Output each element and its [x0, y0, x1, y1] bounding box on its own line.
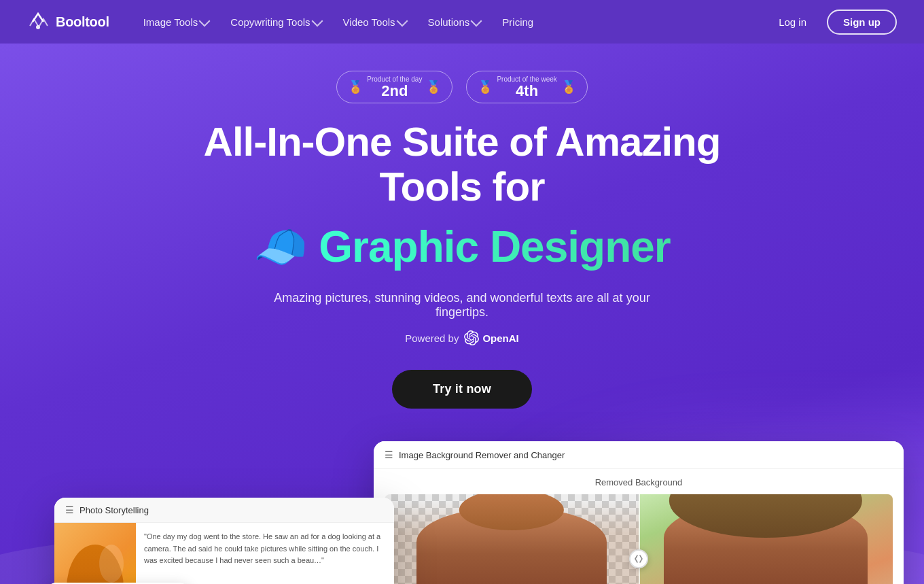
nav-solutions[interactable]: Solutions — [419, 11, 491, 33]
hamburger-right-icon: ☰ — [385, 449, 393, 460]
nav-links: Image Tools Copywriting Tools Video Tool… — [134, 11, 543, 33]
divider-line — [639, 494, 640, 584]
badges-row: 🏅 Product of the day 2nd 🏅 🏅 Product of … — [336, 71, 588, 103]
window-content-left: "One day my dog went to the store. He sa… — [54, 523, 394, 584]
logo-icon — [27, 11, 49, 33]
nav-video-tools[interactable]: Video Tools — [334, 11, 416, 33]
chevron-down-icon — [396, 15, 408, 27]
svg-point-0 — [36, 25, 40, 29]
role-emoji: 🧢 — [253, 225, 308, 269]
hero-subtitle: Amazing pictures, stunning videos, and w… — [258, 291, 666, 320]
removed-bg-label: Removed Background — [385, 477, 893, 487]
person-silhouette-left — [385, 494, 639, 584]
divider-handle[interactable] — [629, 549, 648, 568]
hero-section: 🏅 Product of the day 2nd 🏅 🏅 Product of … — [0, 44, 924, 584]
try-it-now-button[interactable]: Try it now — [392, 370, 532, 409]
laurel-right2-icon: 🏅 — [561, 80, 576, 95]
nav-copywriting-tools[interactable]: Copywriting Tools — [221, 11, 330, 33]
chevron-down-icon — [199, 15, 211, 27]
powered-by-row: Powered by OpenAI — [405, 330, 519, 345]
openai-text: OpenAI — [482, 332, 518, 344]
role-text: Graphic Designer — [319, 222, 671, 272]
nav-right: Log in Sign up — [769, 10, 897, 35]
badge-product-day: 🏅 Product of the day 2nd 🏅 — [336, 71, 452, 103]
nav-image-tools[interactable]: Image Tools — [134, 11, 219, 33]
nav-pricing[interactable]: Pricing — [493, 11, 543, 33]
nav-left: Booltool Image Tools Copywriting Tools V… — [27, 11, 543, 33]
window-bg-remover: ☰ Image Background Remover and Changer R… — [374, 441, 904, 584]
window-titlebar-left: ☰ Photo Storytelling — [54, 498, 394, 523]
openai-icon — [464, 330, 479, 345]
window-titlebar-right: ☰ Image Background Remover and Changer — [374, 441, 904, 469]
chevron-down-icon — [311, 15, 323, 27]
screenshots-row: ☰ Photo Storytelling "One day my dog wen… — [20, 441, 904, 584]
window-photo-storytelling: ☰ Photo Storytelling "One day my dog wen… — [54, 498, 394, 584]
laurel-left-icon: 🏅 — [348, 80, 363, 95]
window-title-right: Image Background Remover and Changer — [399, 450, 565, 460]
chevron-down-icon — [471, 15, 482, 27]
hamburger-icon: ☰ — [65, 504, 74, 515]
bg-removed-image — [385, 494, 639, 584]
openai-logo: OpenAI — [464, 330, 518, 345]
signup-button[interactable]: Sign up — [827, 10, 897, 35]
bg-original-image — [639, 494, 893, 584]
laurel-right-icon: 🏅 — [426, 80, 441, 95]
window-title-left: Photo Storytelling — [79, 505, 149, 515]
powered-by-label: Powered by — [405, 332, 459, 344]
photo-thumbnail — [54, 523, 136, 584]
window-right-content: Removed Background — [374, 469, 904, 584]
login-button[interactable]: Log in — [769, 11, 816, 33]
story-text: "One day my dog went to the store. He sa… — [136, 523, 394, 584]
bg-images-row — [385, 494, 893, 584]
badge-product-week: 🏅 Product of the week 4th 🏅 — [466, 71, 587, 103]
laurel-left2-icon: 🏅 — [478, 80, 493, 95]
navbar: Booltool Image Tools Copywriting Tools V… — [0, 0, 924, 44]
logo[interactable]: Booltool — [27, 11, 109, 33]
brand-name: Booltool — [56, 14, 109, 30]
hero-headline: All-In-One Suite of Amazing Tools for — [156, 120, 768, 209]
role-row: 🧢 Graphic Designer — [253, 216, 671, 277]
